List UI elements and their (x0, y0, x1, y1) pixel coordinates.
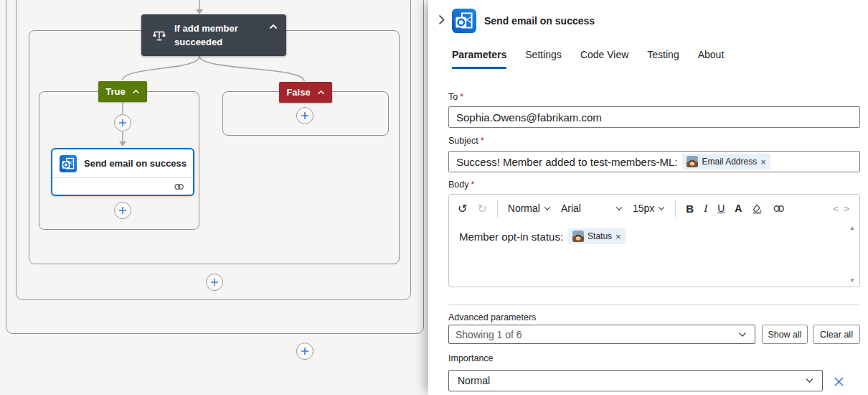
remove-importance-parameter-button[interactable] (831, 374, 846, 389)
add-action-button[interactable] (296, 343, 313, 360)
insert-link-icon[interactable] (773, 205, 786, 213)
show-all-button[interactable]: Show all (762, 325, 808, 344)
advanced-parameters-dropdown[interactable]: Showing 1 of 6 (448, 325, 755, 344)
connection-link-icon (174, 183, 185, 190)
subject-input[interactable]: Success! Member added to test-members-ML… (448, 151, 860, 172)
importance-dropdown[interactable]: Normal (448, 370, 823, 391)
chevron-down-icon (738, 332, 747, 338)
close-x-icon (834, 376, 844, 387)
font-size-dropdown[interactable]: 15px (633, 203, 665, 214)
chevron-down-icon (544, 206, 551, 211)
true-branch-label[interactable]: True (98, 81, 147, 102)
action-card-title: Send email on success (84, 158, 187, 169)
flow-canvas[interactable]: If add member succeeded True False (0, 0, 428, 395)
italic-icon[interactable]: I (704, 203, 707, 215)
code-view-icon[interactable]: < > (833, 203, 851, 214)
subject-field-label: Subject* (448, 136, 484, 146)
clear-all-button[interactable]: Clear all (813, 325, 860, 344)
outlook-icon (452, 9, 476, 33)
body-edit-area[interactable]: Member opt-in status: Status (449, 222, 859, 287)
tab-about[interactable]: About (698, 49, 725, 69)
power-automate-designer: If add member succeeded True False (0, 0, 868, 395)
scroll-down-icon[interactable]: ▼ (849, 277, 855, 284)
highlight-color-icon[interactable] (752, 203, 763, 214)
collapse-node-chevron-up-icon[interactable] (269, 24, 278, 29)
to-field-label: To* (448, 92, 463, 102)
dynamic-token-email-address[interactable]: Email Address × (682, 154, 770, 169)
chevron-down-icon (615, 206, 623, 211)
remove-token-icon[interactable]: × (615, 232, 621, 241)
font-color-icon[interactable]: A (735, 203, 742, 214)
required-asterisk: * (481, 136, 484, 146)
send-email-action-card[interactable]: Send email on success (51, 148, 194, 196)
bold-icon[interactable]: B (686, 203, 694, 215)
condition-icon (152, 28, 166, 42)
required-asterisk: * (460, 92, 463, 102)
tab-parameters[interactable]: Parameters (452, 49, 506, 69)
tab-code-view[interactable]: Code View (580, 49, 628, 69)
panel-title: Send email on success (484, 15, 595, 27)
chevron-right-icon (438, 14, 445, 25)
required-asterisk: * (471, 180, 475, 190)
dynamic-token-status[interactable]: Status × (568, 228, 626, 244)
mailchimp-icon (572, 231, 584, 242)
to-value: Sophia.Owens@fabrikam.com (456, 111, 602, 124)
mailchimp-icon (687, 156, 698, 167)
rich-text-toolbar: ↺ ↻ Normal Arial 15px (449, 195, 859, 222)
plus-icon (118, 206, 127, 215)
plus-icon (301, 111, 309, 120)
chevron-up-icon (132, 89, 140, 94)
toolbar-divider (675, 200, 676, 217)
token-label: Email Address (702, 157, 757, 167)
add-action-button[interactable] (206, 274, 223, 291)
importance-label: Importance (448, 353, 494, 363)
plus-icon (301, 347, 309, 356)
action-details-panel: Send email on success Parameters Setting… (428, 0, 868, 395)
underline-icon[interactable]: U (717, 203, 725, 214)
condition-node-title: If add member succeeded (174, 22, 266, 49)
true-branch-label-text: True (105, 86, 125, 97)
chevron-down-icon (805, 378, 814, 384)
add-action-button[interactable] (114, 114, 131, 131)
advanced-parameters-label: Advanced parameters (448, 312, 536, 322)
tab-settings[interactable]: Settings (525, 49, 562, 69)
undo-icon[interactable]: ↺ (458, 202, 467, 215)
section-divider (448, 305, 860, 305)
token-label: Status (588, 231, 612, 241)
scroll-up-icon[interactable]: ▲ (849, 225, 855, 231)
tab-testing[interactable]: Testing (647, 49, 679, 69)
collapse-panel-button[interactable] (433, 11, 449, 27)
subject-text: Success! Member added to test-members-ML… (456, 156, 677, 168)
remove-token-icon[interactable]: × (760, 157, 766, 167)
body-scrollbar[interactable]: ▲ ▼ (847, 225, 857, 284)
plus-icon (118, 118, 127, 127)
condition-node[interactable]: If add member succeeded (141, 14, 286, 56)
font-family-dropdown[interactable]: Arial (561, 203, 623, 214)
paragraph-style-dropdown[interactable]: Normal (508, 203, 551, 214)
body-field-label: Body* (448, 180, 474, 190)
toolbar-divider (497, 200, 498, 217)
panel-tabs: Parameters Settings Code View Testing Ab… (452, 49, 724, 69)
advanced-parameters-value: Showing 1 of 6 (456, 329, 522, 340)
add-action-button[interactable] (296, 107, 313, 124)
false-branch-label-text: False (286, 87, 310, 98)
redo-icon[interactable]: ↻ (477, 202, 486, 215)
outlook-icon (60, 155, 77, 172)
importance-value: Normal (458, 375, 490, 386)
add-action-button[interactable] (114, 202, 131, 219)
body-rich-text-editor[interactable]: ↺ ↻ Normal Arial 15px (448, 194, 860, 287)
false-branch-label[interactable]: False (279, 82, 332, 103)
body-text: Member opt-in status: (459, 231, 563, 243)
chevron-up-icon (317, 90, 325, 95)
chevron-down-icon (658, 206, 665, 211)
to-input[interactable]: Sophia.Owens@fabrikam.com (448, 106, 860, 128)
plus-icon (210, 278, 219, 287)
